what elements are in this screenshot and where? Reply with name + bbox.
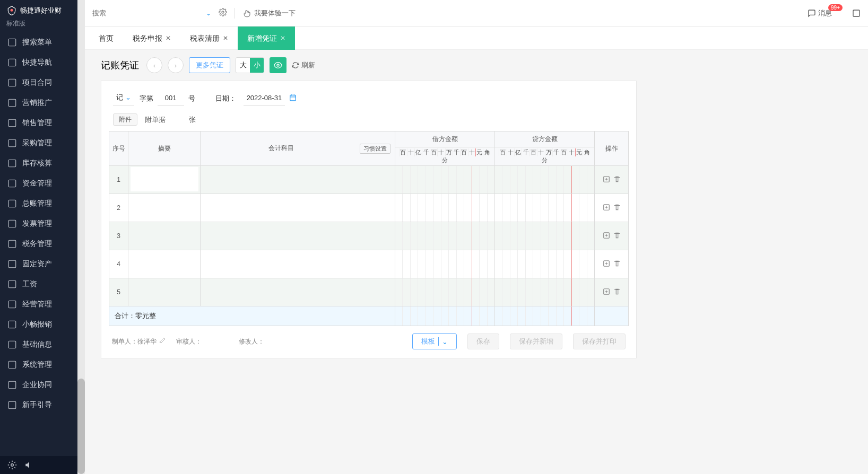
delete-row-icon[interactable] [613, 175, 621, 183]
box-icon [7, 159, 17, 168]
credit-cell[interactable] [495, 222, 595, 250]
message-icon [808, 9, 816, 17]
sidebar-item[interactable]: 搜索菜单 [0, 32, 77, 52]
gear-icon[interactable] [7, 460, 17, 470]
size-big[interactable]: 大 [236, 58, 250, 73]
subject-cell[interactable] [201, 222, 395, 250]
sidebar-item[interactable]: 工资 [0, 274, 77, 294]
summary-cell[interactable] [128, 166, 201, 194]
message-button[interactable]: 消息 99+ [808, 8, 832, 18]
sidebar-item[interactable]: 新手引导 [0, 395, 77, 415]
summary-cell[interactable] [128, 222, 201, 250]
debit-cell[interactable] [395, 222, 495, 250]
tab[interactable]: 税务申报✕ [123, 27, 180, 50]
refresh-button[interactable]: 刷新 [292, 60, 315, 70]
sidebar-item[interactable]: 系统管理 [0, 355, 77, 375]
summary-cell[interactable] [128, 194, 201, 222]
settings-icon[interactable] [219, 8, 227, 19]
sidebar-item[interactable]: 经营管理 [0, 294, 77, 314]
svg-rect-1 [8, 39, 16, 46]
tab[interactable]: 新增凭证✕ [238, 27, 295, 50]
sidebar-item[interactable]: 采购管理 [0, 133, 77, 153]
debit-cell[interactable] [395, 194, 495, 222]
save-button[interactable]: 保存 [467, 333, 499, 349]
svg-rect-22 [853, 10, 860, 16]
sidebar-item[interactable]: 小畅报销 [0, 314, 77, 335]
voucher-number-input[interactable]: 001 [158, 92, 184, 106]
add-row-icon[interactable] [603, 204, 610, 211]
subject-cell[interactable] [201, 278, 395, 306]
subject-cell[interactable] [201, 194, 395, 222]
eye-icon [274, 61, 282, 69]
sidebar-item[interactable]: 发票管理 [0, 214, 77, 234]
search-input[interactable] [92, 5, 198, 22]
sidebar-item[interactable]: 库存核算 [0, 153, 77, 173]
delete-row-icon[interactable] [613, 232, 621, 239]
sidebar-item[interactable]: 固定资产 [0, 254, 77, 274]
sidebar-item[interactable]: 资金管理 [0, 173, 77, 194]
summary-input[interactable] [131, 167, 198, 191]
bag-icon [7, 138, 17, 148]
page-title: 记账凭证 [101, 59, 139, 72]
svg-point-20 [11, 464, 14, 467]
sidebar-item[interactable]: 销售管理 [0, 113, 77, 133]
sidebar-item[interactable]: 总账管理 [0, 194, 77, 214]
close-icon[interactable]: ✕ [280, 27, 285, 50]
sidebar-item[interactable]: 基础信息 [0, 335, 77, 355]
sidebar-item[interactable]: 快捷导航 [0, 52, 77, 73]
expand-icon[interactable] [852, 9, 861, 17]
tab[interactable]: 税表清册✕ [180, 27, 238, 50]
close-icon[interactable]: ✕ [223, 27, 228, 50]
delete-row-icon[interactable] [613, 288, 621, 295]
try-button[interactable]: 我要体验一下 [242, 8, 296, 18]
size-small[interactable]: 小 [250, 58, 264, 73]
credit-cell[interactable] [495, 166, 595, 194]
svg-rect-5 [8, 119, 16, 127]
save-print-button[interactable]: 保存并打印 [573, 333, 626, 349]
add-row-icon[interactable] [603, 175, 610, 183]
add-row-icon[interactable] [603, 232, 610, 239]
save-new-button[interactable]: 保存并新增 [510, 333, 562, 349]
info-icon [7, 340, 17, 349]
sidebar-item[interactable]: 企业协同 [0, 375, 77, 395]
total-debit [395, 306, 495, 326]
template-button[interactable]: 模板⌄ [412, 333, 457, 349]
delete-row-icon[interactable] [613, 204, 621, 211]
speaker-icon[interactable] [24, 460, 34, 470]
svg-rect-2 [8, 59, 16, 66]
next-button[interactable]: › [168, 57, 184, 73]
subject-cell[interactable] [201, 166, 395, 194]
summary-cell[interactable] [128, 278, 201, 306]
debit-cell[interactable] [395, 278, 495, 306]
habits-button[interactable]: 习惯设置 [360, 144, 390, 154]
asset-icon [7, 259, 17, 269]
debit-cell[interactable] [395, 166, 495, 194]
delete-row-icon[interactable] [613, 260, 621, 267]
home-icon [7, 58, 17, 67]
credit-cell[interactable] [495, 278, 595, 306]
chevron-down-icon[interactable]: ⌄ [206, 10, 211, 17]
more-voucher-button[interactable]: 更多凭证 [189, 57, 230, 73]
close-icon[interactable]: ✕ [166, 27, 171, 50]
credit-cell[interactable] [495, 250, 595, 278]
table-row: 5 [109, 278, 629, 306]
calendar-icon[interactable] [289, 94, 297, 103]
prev-button[interactable]: ‹ [146, 57, 162, 73]
edit-icon[interactable] [159, 337, 166, 344]
subject-cell[interactable] [201, 250, 395, 278]
date-input[interactable]: 2022-08-31 [244, 92, 285, 106]
attachment-button[interactable]: 附件 [113, 113, 137, 126]
view-button[interactable] [270, 57, 287, 73]
add-row-icon[interactable] [603, 288, 610, 295]
add-row-icon[interactable] [603, 260, 610, 267]
sidebar-item[interactable]: 营销推广 [0, 93, 77, 113]
debit-cell[interactable] [395, 250, 495, 278]
sidebar-item[interactable]: 税务管理 [0, 234, 77, 254]
svg-point-23 [277, 64, 279, 66]
summary-cell[interactable] [128, 250, 201, 278]
tab[interactable]: 首页 [89, 27, 123, 50]
sidebar-scrollbar[interactable] [77, 0, 85, 474]
sidebar-item[interactable]: 项目合同 [0, 73, 77, 93]
credit-cell[interactable] [495, 194, 595, 222]
voucher-type-select[interactable]: 记 ⌄ [113, 91, 134, 106]
